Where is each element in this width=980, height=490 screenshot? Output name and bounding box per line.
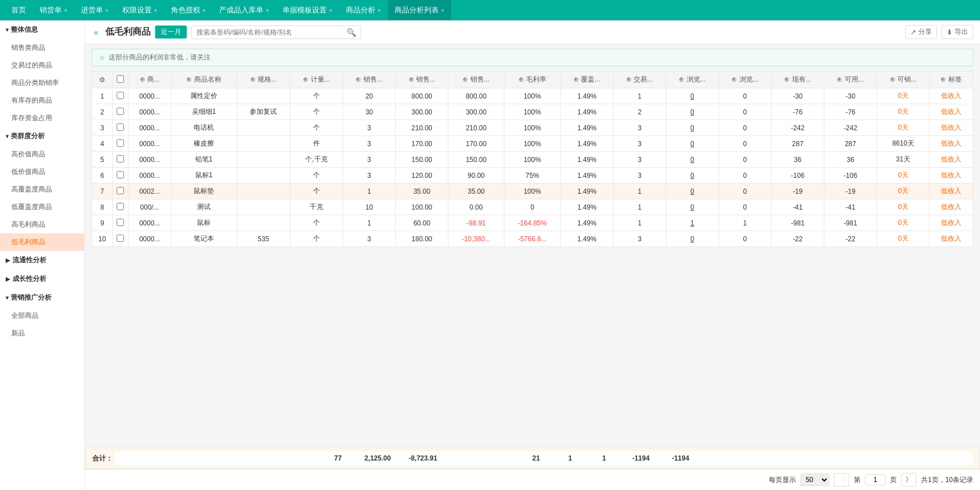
cell-check[interactable] — [113, 168, 129, 184]
th-trade[interactable]: ⊕ 交易... — [613, 71, 666, 88]
cell-view1[interactable]: 0 — [666, 104, 718, 120]
sidebar-collapse-btn[interactable]: « — [92, 25, 101, 39]
row-checkbox[interactable] — [117, 155, 124, 163]
close-icon[interactable]: × — [64, 7, 67, 14]
th-name[interactable]: ⊕ 商品名称 — [171, 71, 237, 88]
nav-item-analysis-list[interactable]: 商品分析列表 × — [388, 0, 451, 20]
close-icon[interactable]: × — [378, 7, 381, 14]
close-icon[interactable]: × — [154, 7, 157, 14]
view1-link[interactable]: 0 — [691, 124, 695, 132]
th-tag[interactable]: ⊕ 标签 — [930, 71, 973, 88]
cell-view1[interactable]: 0 — [666, 184, 718, 199]
row-checkbox[interactable] — [117, 139, 124, 147]
th-check[interactable] — [113, 71, 129, 88]
cell-check[interactable] — [113, 88, 129, 104]
sidebar-item-new-goods[interactable]: 新品 — [0, 325, 84, 342]
th-sales-profit[interactable]: ⊕ 销售... — [448, 71, 504, 88]
sidebar-item-category-rate[interactable]: 商品分类助销率 — [0, 74, 84, 92]
row-checkbox[interactable] — [117, 92, 124, 99]
sidebar-item-sales-goods[interactable]: 销售类商品 — [0, 39, 84, 57]
select-all-checkbox[interactable] — [117, 75, 124, 83]
prev-page-button[interactable]: 〈 — [834, 473, 849, 487]
sidebar-item-traded-goods[interactable]: 交易过的商品 — [0, 57, 84, 74]
row-checkbox[interactable] — [117, 108, 124, 115]
next-page-button[interactable]: 〉 — [901, 473, 917, 487]
nav-item-permissions[interactable]: 权限设置 × — [115, 0, 164, 20]
row-checkbox[interactable] — [117, 123, 124, 131]
sidebar-group-marketing[interactable]: ▾ 营销推广分析 — [0, 288, 84, 307]
sidebar-item-low-profit[interactable]: 低毛利商品 — [0, 233, 84, 251]
nav-item-roles[interactable]: 角色授权 × — [164, 0, 213, 20]
row-checkbox[interactable] — [117, 203, 124, 210]
sidebar-item-high-profit[interactable]: 高毛利商品 — [0, 216, 84, 233]
cell-check[interactable] — [113, 120, 129, 136]
cell-check[interactable] — [113, 215, 129, 231]
th-unit[interactable]: ⊕ 计量... — [290, 71, 343, 88]
export-button[interactable]: ⬇ 导出 — [942, 25, 973, 39]
cell-view1[interactable]: 1 — [666, 215, 718, 231]
sidebar-item-all-goods[interactable]: 全部商品 — [0, 307, 84, 325]
th-available[interactable]: ⊕ 可用... — [824, 71, 877, 88]
cell-check[interactable] — [113, 184, 129, 199]
nav-item-product-entry[interactable]: 产成品入库单 × — [212, 0, 276, 20]
th-view1[interactable]: ⊕ 浏览... — [666, 71, 718, 88]
sidebar-group-overview[interactable]: ▾ 整体信息 — [0, 20, 84, 39]
th-sales-amount[interactable]: ⊕ 销售... — [396, 71, 448, 88]
th-code[interactable]: ⊕ 商... — [129, 71, 172, 88]
close-icon[interactable]: × — [329, 7, 332, 14]
cell-check[interactable] — [113, 199, 129, 215]
th-sellable[interactable]: ⊕ 可销... — [877, 71, 930, 88]
th-settings[interactable]: ⚙ — [92, 71, 113, 88]
sidebar-group-growth[interactable]: ▶ 成长性分析 — [0, 270, 84, 288]
row-checkbox[interactable] — [117, 187, 124, 194]
view1-link[interactable]: 0 — [691, 140, 695, 148]
cell-check[interactable] — [113, 231, 129, 247]
nav-item-sales[interactable]: 销货单 × — [33, 0, 74, 20]
th-sales-qty[interactable]: ⊕ 销售... — [343, 71, 396, 88]
cell-view1[interactable]: 0 — [666, 88, 718, 104]
th-spec[interactable]: ⊕ 规格... — [237, 71, 290, 88]
row-checkbox[interactable] — [117, 171, 124, 178]
row-checkbox[interactable] — [117, 235, 124, 242]
view1-link[interactable]: 0 — [691, 108, 695, 116]
page-input[interactable] — [865, 474, 885, 485]
view1-link[interactable]: 1 — [691, 219, 695, 227]
time-filter-button[interactable]: 近一月 — [155, 25, 187, 39]
close-icon[interactable]: × — [441, 7, 444, 14]
nav-item-analysis[interactable]: 商品分析 × — [339, 0, 388, 20]
view1-link[interactable]: 0 — [691, 92, 695, 100]
cell-view1[interactable]: 0 — [666, 168, 718, 184]
cell-view1[interactable]: 0 — [666, 199, 718, 215]
close-icon[interactable]: × — [203, 7, 206, 14]
close-icon[interactable]: × — [266, 7, 269, 14]
view1-link[interactable]: 0 — [691, 188, 695, 195]
th-view2[interactable]: ⊕ 浏览... — [718, 71, 771, 88]
sidebar-item-low-value[interactable]: 低价值商品 — [0, 163, 84, 181]
sidebar-item-stock-capital[interactable]: 库存资金占用 — [0, 109, 84, 127]
sidebar-item-stocked-goods[interactable]: 有库存的商品 — [0, 92, 84, 109]
th-current[interactable]: ⊕ 现有... — [772, 71, 824, 88]
nav-item-home[interactable]: 首页 — [5, 0, 33, 20]
nav-item-template[interactable]: 单据模板设置 × — [276, 0, 339, 20]
cell-view1[interactable]: 0 — [666, 152, 718, 168]
row-checkbox[interactable] — [117, 219, 124, 226]
view1-link[interactable]: 0 — [691, 172, 695, 180]
sidebar-item-low-coverage[interactable]: 低覆盖度商品 — [0, 198, 84, 216]
cell-check[interactable] — [113, 152, 129, 168]
nav-item-purchase[interactable]: 进货单 × — [74, 0, 115, 20]
sidebar-item-high-coverage[interactable]: 高覆盖度商品 — [0, 181, 84, 198]
search-input[interactable] — [196, 28, 346, 36]
th-coverage[interactable]: ⊕ 覆盖... — [560, 71, 613, 88]
cell-check[interactable] — [113, 104, 129, 120]
cell-view1[interactable]: 0 — [666, 136, 718, 152]
cell-view1[interactable]: 0 — [666, 231, 718, 247]
cell-check[interactable] — [113, 136, 129, 152]
share-button[interactable]: ↗ 分享 — [905, 25, 937, 39]
per-page-select[interactable]: 50 20 100 — [801, 474, 829, 486]
cell-view1[interactable]: 0 — [666, 120, 718, 136]
sidebar-group-cluster[interactable]: ▾ 类群度分析 — [0, 127, 84, 146]
view1-link[interactable]: 0 — [691, 156, 695, 164]
sidebar-group-flow[interactable]: ▶ 流通性分析 — [0, 251, 84, 270]
view1-link[interactable]: 0 — [691, 235, 695, 243]
view1-link[interactable]: 0 — [691, 203, 695, 211]
